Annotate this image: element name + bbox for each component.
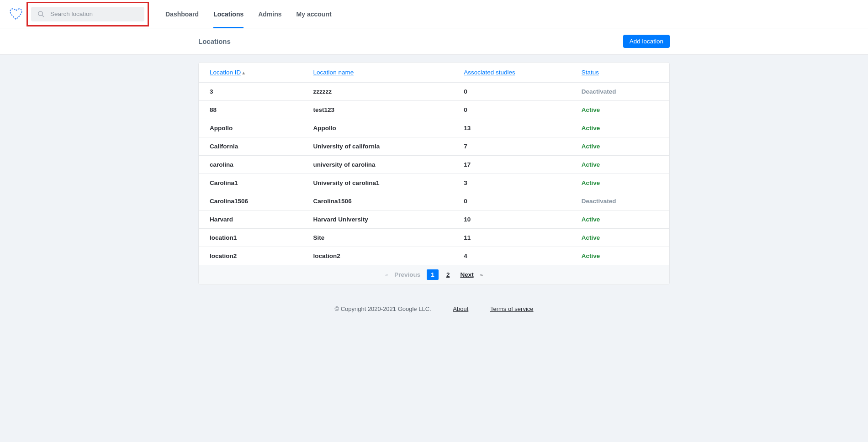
status-badge: Active [582,161,600,168]
cell-status: Deactivated [571,83,669,101]
table-row[interactable]: carolinauniversity of carolina17Active [199,156,669,174]
cell-name: Appollo [302,119,453,137]
nav-dashboard[interactable]: Dashboard [158,0,206,28]
add-location-button[interactable]: Add location [623,35,670,48]
pagination-next-arrow-icon: » [480,272,483,278]
cell-name: University of california [302,137,453,156]
svg-point-0 [38,11,42,15]
cell-assoc: 7 [453,137,571,156]
cell-name: location2 [302,247,453,265]
search-icon [37,11,44,17]
main-nav: Dashboard Locations Admins My account [158,0,339,28]
pagination-next[interactable]: Next [457,269,476,280]
cell-assoc: 0 [453,83,571,101]
table-row[interactable]: 88test1230Active [199,101,669,119]
cell-id: Appollo [199,119,302,137]
cell-status: Active [571,229,669,247]
cell-status: Active [571,137,669,156]
cell-status: Deactivated [571,192,669,210]
cell-id: Carolina1506 [199,192,302,210]
cell-status: Active [571,174,669,192]
search-wrap [31,7,144,21]
cell-status: Active [571,247,669,265]
table-row[interactable]: 3zzzzzz0Deactivated [199,83,669,101]
status-badge: Active [582,216,600,223]
pagination-page-1[interactable]: 1 [427,269,439,280]
col-header-status[interactable]: Status [582,69,599,76]
cell-assoc: 10 [453,210,571,229]
cell-name: Site [302,229,453,247]
svg-line-1 [42,15,44,17]
search-input[interactable] [31,7,144,21]
table-row[interactable]: Carolina1University of carolina13Active [199,174,669,192]
cell-assoc: 4 [453,247,571,265]
content: Location ID▲ Location name Associated st… [196,62,672,285]
cell-assoc: 3 [453,174,571,192]
table-header-row: Location ID▲ Location name Associated st… [199,63,669,83]
cell-status: Active [571,119,669,137]
cell-id: location2 [199,247,302,265]
cell-status: Active [571,210,669,229]
table-row[interactable]: CaliforniaUniversity of california7Activ… [199,137,669,156]
locations-table-card: Location ID▲ Location name Associated st… [198,62,670,285]
cell-id: carolina [199,156,302,174]
table-row[interactable]: location2location24Active [199,247,669,265]
status-badge: Active [582,253,600,259]
pagination-page-2[interactable]: 2 [442,269,454,280]
nav-locations[interactable]: Locations [206,0,251,28]
cell-name: University of carolina1 [302,174,453,192]
pagination: « Previous 1 2 Next » [199,265,669,284]
cell-assoc: 13 [453,119,571,137]
cell-assoc: 0 [453,192,571,210]
table-row[interactable]: HarvardHarvard University10Active [199,210,669,229]
cell-name: Carolina1506 [302,192,453,210]
cell-id: Harvard [199,210,302,229]
sort-caret-icon: ▲ [241,70,246,75]
col-header-name[interactable]: Location name [313,69,354,76]
status-badge: Deactivated [582,88,616,95]
cell-assoc: 0 [453,101,571,119]
table-row[interactable]: location1Site11Active [199,229,669,247]
status-badge: Active [582,234,600,241]
cell-name: university of carolina [302,156,453,174]
cell-id: Carolina1 [199,174,302,192]
cell-id: 3 [199,83,302,101]
status-badge: Active [582,106,600,113]
footer-terms-link[interactable]: Terms of service [490,305,534,312]
cell-name: test123 [302,101,453,119]
footer-about-link[interactable]: About [453,305,468,312]
nav-my-account[interactable]: My account [289,0,339,28]
footer-copyright: © Copyright 2020-2021 Google LLC. [334,305,431,312]
cell-id: location1 [199,229,302,247]
pagination-prev-arrow-icon: « [385,272,388,278]
cell-assoc: 11 [453,229,571,247]
nav-admins[interactable]: Admins [251,0,289,28]
status-badge: Deactivated [582,198,616,205]
pagination-previous: Previous [392,269,423,280]
cell-status: Active [571,101,669,119]
cell-id: 88 [199,101,302,119]
col-header-assoc[interactable]: Associated studies [464,69,515,76]
cell-status: Active [571,156,669,174]
header: Dashboard Locations Admins My account [0,0,868,28]
status-badge: Active [582,125,600,132]
page-title: Locations [198,37,231,45]
subheader: Locations Add location [0,28,868,55]
locations-table: Location ID▲ Location name Associated st… [199,63,669,265]
cell-id: California [199,137,302,156]
cell-name: Harvard University [302,210,453,229]
table-row[interactable]: Carolina1506Carolina15060Deactivated [199,192,669,210]
status-badge: Active [582,143,600,150]
cell-assoc: 17 [453,156,571,174]
col-header-id[interactable]: Location ID [210,69,241,76]
cell-name: zzzzzz [302,83,453,101]
footer: © Copyright 2020-2021 Google LLC. About … [0,297,868,321]
logo-heart-icon [9,8,23,21]
table-row[interactable]: AppolloAppollo13Active [199,119,669,137]
status-badge: Active [582,179,600,186]
